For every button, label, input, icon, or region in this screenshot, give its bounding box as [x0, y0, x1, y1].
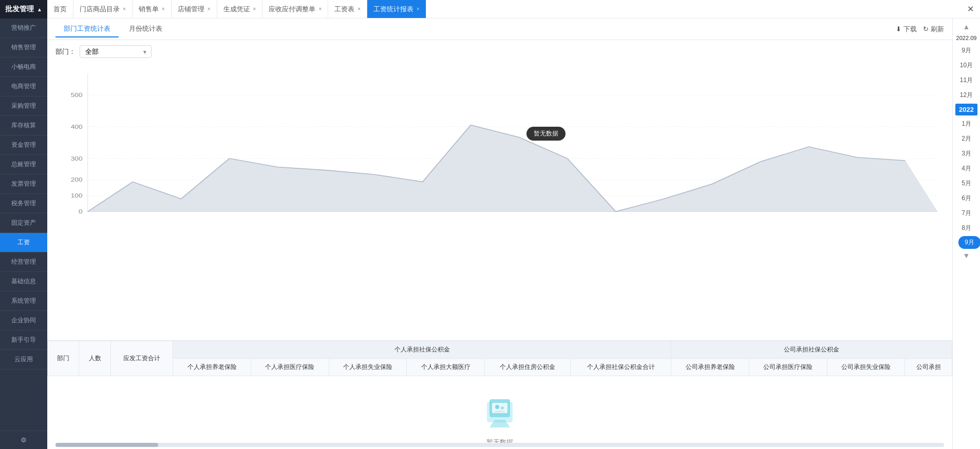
sidebar-item-zzgl[interactable]: 总账管理	[0, 155, 47, 174]
sidebar-item-yxtt[interactable]: 营销推广	[0, 18, 47, 38]
col-company-unemployment: 公司承担失业保险	[827, 359, 905, 376]
sub-tab-actions: ⬇ 下载 ↻ 刷新	[896, 25, 944, 34]
cal-month-2023-01[interactable]: 1月	[955, 116, 978, 131]
main-area: 首页门店商品目录×销售单×店铺管理×生成凭证×应收应付调整单×工资表×工资统计报…	[47, 0, 980, 449]
sidebar-item-swgl[interactable]: 税务管理	[0, 194, 47, 213]
tab-label-salary_stat: 工资统计报表	[373, 5, 413, 14]
scrollbar-thumb[interactable]	[55, 443, 158, 447]
cal-month-2023-08[interactable]: 8月	[955, 221, 978, 236]
col-headcount: 人数	[79, 341, 110, 376]
col-group-company: 公司承担社保公积金	[671, 341, 952, 359]
dept-filter-select[interactable]: 全部 销售部 采购部 财务部 人事部	[80, 45, 152, 58]
content-area: 部门工资统计表 月份统计表 ⬇ 下载 ↻ 刷新 部门：	[47, 18, 980, 449]
tab-close-store_catalog[interactable]: ×	[123, 6, 126, 12]
cal-month-2023-09[interactable]: 9月	[958, 236, 980, 249]
sidebar-item-gdzc[interactable]: 固定资产	[0, 213, 47, 233]
download-icon: ⬇	[896, 25, 901, 33]
cal-month-2023-02[interactable]: 2月	[955, 131, 978, 146]
svg-text:500: 500	[71, 92, 83, 99]
cal-month-2022-09[interactable]: 9月	[955, 43, 978, 58]
cal-month-2022-11[interactable]: 11月	[955, 73, 978, 88]
page-content: 部门工资统计表 月份统计表 ⬇ 下载 ↻ 刷新 部门：	[47, 18, 952, 449]
cal-nav-down[interactable]: ▼	[961, 249, 972, 262]
download-button[interactable]: ⬇ 下载	[896, 25, 917, 34]
svg-text:300: 300	[71, 155, 83, 162]
col-personal-pension: 个人承担养老保险	[173, 359, 251, 376]
col-personal-medical: 个人承担医疗保险	[251, 359, 329, 376]
col-personal-housing: 个人承担住房公积金	[485, 359, 571, 376]
dept-filter-label: 部门：	[55, 47, 76, 56]
sidebar-item-xydgs[interactable]: 小畅电商	[0, 57, 47, 77]
tab-gen_voucher[interactable]: 生成凭证×	[217, 0, 263, 18]
empty-text: 暂无数据	[486, 438, 513, 443]
cal-nav-up[interactable]: ▲	[961, 21, 972, 33]
col-company-pension: 公司承担养老保险	[671, 359, 749, 376]
sidebar-item-gz[interactable]: 工资	[0, 233, 47, 252]
sidebar-item-zjgl[interactable]: 资金管理	[0, 135, 47, 155]
chart-container: 500 400 300 200 100 0 暂无数据	[55, 68, 944, 222]
col-company-other: 公司承担	[905, 359, 952, 376]
sidebar-item-yyy[interactable]: 云应用	[0, 350, 47, 369]
sidebar-item-qyxt[interactable]: 企业协同	[0, 311, 47, 330]
cal-month-2023-03[interactable]: 3月	[955, 146, 978, 161]
col-total-salary: 应发工资合计	[110, 341, 173, 376]
tab-label-gen_voucher: 生成凭证	[223, 5, 250, 14]
cal-month-2023-07[interactable]: 7月	[955, 206, 978, 221]
sidebar-header[interactable]: 批发管理 ▲	[0, 0, 47, 18]
cal-month-2022-12[interactable]: 12月	[955, 88, 978, 103]
tab-month-stat[interactable]: 月份统计表	[121, 21, 171, 37]
filter-bar: 部门： 全部 销售部 采购部 财务部 人事部 ▼	[47, 40, 952, 63]
tab-label-home: 首页	[53, 5, 67, 14]
tab-bar-close-button[interactable]: ✕	[961, 0, 980, 18]
tab-close-salary_table[interactable]: ×	[357, 6, 361, 12]
sidebar-item-dsgl[interactable]: 电商管理	[0, 77, 47, 96]
svg-point-17	[495, 405, 499, 409]
refresh-button[interactable]: ↻ 刷新	[923, 25, 944, 34]
sidebar-item-jcxx[interactable]: 基础信息	[0, 272, 47, 291]
col-personal-unemployment: 个人承担失业保险	[329, 359, 407, 376]
cal-month-2023-06[interactable]: 6月	[955, 191, 978, 206]
tab-salary_stat[interactable]: 工资统计报表×	[367, 0, 426, 18]
sidebar-item-xsgl[interactable]: 销售管理	[0, 38, 47, 57]
tab-close-store_mgmt[interactable]: ×	[208, 6, 211, 12]
tab-bar: 首页门店商品目录×销售单×店铺管理×生成凭证×应收应付调整单×工资表×工资统计报…	[47, 0, 980, 18]
col-group-personal: 个人承担社保公积金	[173, 341, 671, 359]
chart-tooltip: 暂无数据	[526, 127, 566, 141]
col-dept: 部门	[48, 341, 79, 376]
tab-store_catalog[interactable]: 门店商品目录×	[73, 0, 133, 18]
sidebar-item-xtgl[interactable]: 系统管理	[0, 291, 47, 311]
horizontal-scrollbar[interactable]	[55, 443, 944, 447]
tab-salary_table[interactable]: 工资表×	[328, 0, 367, 18]
sidebar-item-xsyd[interactable]: 新手引导	[0, 330, 47, 350]
tab-label-sales_order: 销售单	[139, 5, 159, 14]
tab-home[interactable]: 首页	[47, 0, 73, 18]
cal-month-2023-05[interactable]: 5月	[955, 176, 978, 191]
tab-label-ar_ap: 应收应付调整单	[269, 5, 315, 14]
tab-close-gen_voucher[interactable]: ×	[253, 6, 256, 12]
svg-point-18	[501, 406, 504, 409]
svg-rect-19	[495, 411, 505, 412]
chart-area: 500 400 300 200 100 0 暂无数据	[47, 63, 952, 340]
sidebar: 批发管理 ▲ 营销推广销售管理小畅电商电商管理采购管理库存核算资金管理总账管理发…	[0, 0, 47, 449]
tab-close-ar_ap[interactable]: ×	[318, 6, 322, 12]
settings-button[interactable]: ⚙	[0, 431, 47, 449]
cal-month-2023-04[interactable]: 4月	[955, 161, 978, 176]
tab-store_mgmt[interactable]: 店铺管理×	[172, 0, 217, 18]
cal-month-2022-10[interactable]: 10月	[955, 58, 978, 73]
tab-ar_ap[interactable]: 应收应付调整单×	[262, 0, 328, 18]
cal-year-label-2022[interactable]: 2022	[955, 104, 978, 115]
sidebar-item-cggl[interactable]: 采购管理	[0, 96, 47, 116]
sidebar-item-kchs[interactable]: 库存核算	[0, 116, 47, 135]
empty-state: 暂无数据	[47, 376, 952, 443]
tab-close-salary_stat[interactable]: ×	[417, 6, 420, 12]
tab-sales_order[interactable]: 销售单×	[133, 0, 172, 18]
dept-filter-wrapper: 全部 销售部 采购部 财务部 人事部 ▼	[80, 45, 152, 58]
sidebar-item-jygl[interactable]: 经营管理	[0, 252, 47, 272]
table-area: 部门 人数 应发工资合计 个人承担社保公积金 公司承担社保公积金 个人承担养老保…	[47, 340, 952, 443]
sidebar-item-fpgl[interactable]: 发票管理	[0, 174, 47, 194]
svg-text:100: 100	[71, 193, 83, 200]
sub-tabs-bar: 部门工资统计表 月份统计表 ⬇ 下载 ↻ 刷新	[47, 18, 952, 40]
tab-close-sales_order[interactable]: ×	[162, 6, 165, 12]
svg-text:400: 400	[71, 124, 83, 130]
tab-dept-salary[interactable]: 部门工资统计表	[55, 21, 119, 37]
